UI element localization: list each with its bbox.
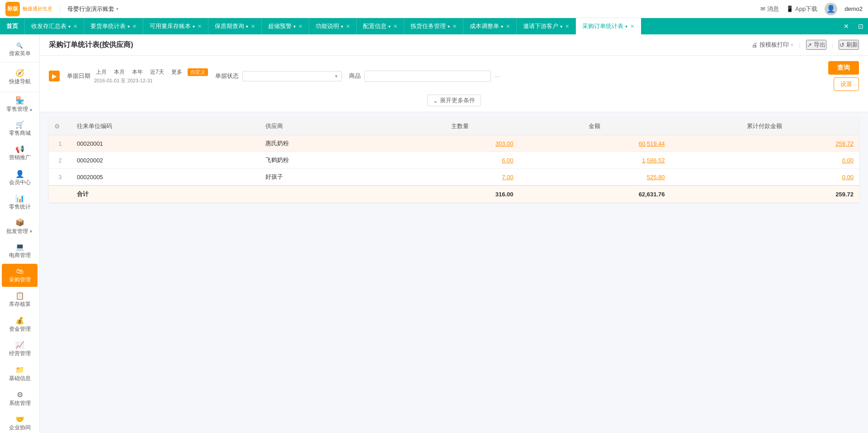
sidebar-item-operation[interactable]: 📈 经营管理 bbox=[2, 337, 38, 361]
sidebar-item-ecommerce[interactable]: 💻 电商管理 bbox=[2, 239, 38, 263]
goods-input[interactable] bbox=[364, 71, 491, 82]
tab-available-stock[interactable]: 可用量库存账本 ▾ ✕ bbox=[143, 18, 208, 34]
tab-invite-downstream[interactable]: 邀请下游客户 ▾ ✕ bbox=[517, 18, 576, 34]
tab-close[interactable]: ✕ bbox=[630, 24, 634, 29]
tab-goods-stat[interactable]: 要货单统计表 ▾ ✕ bbox=[84, 18, 143, 34]
sidebar-item-inventory[interactable]: 📋 库存核算 bbox=[2, 288, 38, 312]
paid-link[interactable]: 0.00 bbox=[842, 174, 854, 181]
sidebar-item-sys-mgmt[interactable]: ⚙ 系统管理 bbox=[2, 387, 38, 411]
tab-close[interactable]: ✕ bbox=[198, 24, 202, 29]
date-shortcuts: 上月 本月 本年 近7天 更多 自定义 bbox=[94, 68, 208, 76]
sidebar-item-member[interactable]: 👤 会员中心 bbox=[2, 166, 38, 190]
sidebar-item-retail-shop[interactable]: 🛒 零售商城 bbox=[2, 117, 38, 141]
tab-expand[interactable]: ⊡ bbox=[854, 18, 868, 34]
custom-date-badge[interactable]: 自定义 bbox=[188, 68, 208, 76]
sidebar-item-finance[interactable]: 💰 资金管理 bbox=[2, 313, 38, 337]
tab-close[interactable]: ✕ bbox=[132, 24, 137, 29]
shortcut-more[interactable]: 更多 bbox=[170, 68, 184, 76]
filter-toggle-button[interactable]: ▶ bbox=[49, 71, 60, 81]
finance-icon: 💰 bbox=[15, 316, 24, 325]
tab-close-all[interactable]: ✕ bbox=[839, 18, 854, 34]
tab-close[interactable]: ✕ bbox=[251, 24, 255, 29]
org-selector[interactable]: 母婴行业演示账套 ▾ bbox=[67, 5, 118, 13]
table-wrapper: ⚙ 往来单位编码 供应商 主数量 bbox=[49, 118, 859, 203]
tab-close[interactable]: ✕ bbox=[393, 24, 397, 29]
message-button[interactable]: ✉ 消息 bbox=[760, 5, 779, 13]
shortcut-this-month[interactable]: 本月 bbox=[112, 68, 127, 76]
sidebar-item-quick-nav[interactable]: 🧭 快捷导航 bbox=[2, 65, 38, 89]
footer-amount: 62,631.76 bbox=[519, 186, 670, 203]
operation-icon: 📈 bbox=[15, 341, 24, 349]
th-paid: 累计付款金额 bbox=[670, 118, 859, 135]
tab-purchase-stat[interactable]: 采购订单统计表 ▾ ✕ bbox=[576, 18, 641, 34]
th-settings: ⚙ bbox=[49, 118, 71, 135]
nav-tabs: 首页 收发存汇总表 ▾ ✕ 要货单统计表 ▾ ✕ 可用量库存账本 ▾ ✕ 保质期… bbox=[0, 18, 868, 34]
shortcut-7days[interactable]: 近7天 bbox=[148, 68, 166, 76]
quantity-link[interactable]: 6.00 bbox=[502, 157, 513, 164]
chevron-down-icon: ▾ bbox=[335, 73, 338, 79]
tab-close[interactable]: ✕ bbox=[73, 24, 77, 29]
footer-label: 合计 bbox=[71, 186, 401, 203]
tab-arrow: ▾ bbox=[501, 24, 503, 29]
shortcut-last-month[interactable]: 上月 bbox=[94, 68, 108, 76]
table-container: ⚙ 往来单位编码 供应商 主数量 bbox=[40, 112, 868, 208]
chevron-down-icon: ▼ bbox=[29, 229, 33, 234]
export-button[interactable]: ↗ 导出 bbox=[806, 40, 826, 50]
quantity-link[interactable]: 303.00 bbox=[495, 140, 514, 147]
tab-close[interactable]: ✕ bbox=[346, 24, 350, 29]
more-options-icon[interactable]: ··· bbox=[495, 73, 500, 80]
quantity-link[interactable]: 7.00 bbox=[502, 174, 513, 181]
tab-close[interactable]: ✕ bbox=[453, 24, 457, 29]
sidebar-item-retail[interactable]: 🏪 零售管理 ▲ bbox=[2, 93, 38, 116]
tab-collect-pay[interactable]: 收发存汇总表 ▾ ✕ bbox=[25, 18, 84, 34]
tab-func-desc[interactable]: 功能说明 ▾ ✕ bbox=[309, 18, 357, 34]
tab-home[interactable]: 首页 bbox=[0, 18, 25, 34]
user-name[interactable]: demo2 bbox=[844, 5, 863, 12]
print-button[interactable]: 🖨 按模板打印 ▾ bbox=[752, 41, 793, 49]
sidebar-item-batch[interactable]: 📦 批发管理 ▼ bbox=[2, 215, 38, 238]
settings-button[interactable]: 设置 bbox=[834, 77, 859, 91]
tab-arrow: ▾ bbox=[448, 24, 450, 29]
tab-config-info[interactable]: 配置信息 ▾ ✕ bbox=[357, 18, 404, 34]
search-button[interactable]: 🔍 搜索英单 bbox=[4, 41, 36, 59]
amount-link[interactable]: 1,586.52 bbox=[642, 157, 665, 164]
sidebar-item-purchase[interactable]: 🛍 采购管理 bbox=[2, 264, 38, 287]
shop-icon: 🛒 bbox=[15, 120, 24, 129]
amount-link[interactable]: 525.80 bbox=[647, 174, 665, 181]
shortcut-this-year[interactable]: 本年 bbox=[130, 68, 145, 76]
page-actions: 🖨 按模板打印 ▾ | ↗ 导出 | ↺ 刷新 bbox=[752, 40, 859, 50]
sidebar-item-basic-info[interactable]: 📁 基础信息 bbox=[2, 362, 38, 386]
tab-cost-adjust[interactable]: 成本调整单 ▾ ✕ bbox=[463, 18, 517, 34]
top-bar-right: ✉ 消息 📱 App下载 👤 demo2 bbox=[760, 3, 863, 15]
member-icon: 👤 bbox=[15, 170, 24, 178]
sidebar-item-marketing[interactable]: 📢 营销推广 bbox=[2, 141, 38, 165]
row-paid: 0.00 bbox=[670, 152, 859, 169]
refresh-button[interactable]: ↺ 刷新 bbox=[839, 40, 859, 50]
footer-quantity: 316.00 bbox=[401, 186, 519, 203]
column-settings-icon[interactable]: ⚙ bbox=[54, 123, 60, 130]
tab-close[interactable]: ✕ bbox=[565, 24, 569, 29]
expand-more-button[interactable]: ⌄ 展开更多条件 bbox=[427, 95, 481, 106]
status-select[interactable]: ▾ bbox=[242, 71, 342, 81]
ecommerce-icon: 💻 bbox=[15, 243, 24, 251]
tab-arrow: ▾ bbox=[246, 24, 248, 29]
tab-shelf-query[interactable]: 保质期查询 ▾ ✕ bbox=[208, 18, 262, 34]
paid-link[interactable]: 259.72 bbox=[835, 140, 854, 147]
th-supplier: 供应商 bbox=[260, 118, 401, 135]
query-button[interactable]: 查询 bbox=[828, 61, 859, 75]
tab-close[interactable]: ✕ bbox=[298, 24, 302, 29]
paid-link[interactable]: 0.00 bbox=[842, 157, 854, 164]
sidebar-item-enterprise[interactable]: 🤝 企业协同 bbox=[2, 411, 38, 433]
amount-link[interactable]: 60,519.44 bbox=[639, 140, 665, 147]
table-row: 2 00020002 飞鹤奶粉 6.00 bbox=[49, 152, 859, 169]
app-download-button[interactable]: 📱 App下载 bbox=[786, 5, 817, 13]
nav-tabs-end: ✕ ⊡ bbox=[839, 18, 868, 34]
phone-icon: 📱 bbox=[786, 5, 793, 12]
search-icon: 🔍 bbox=[16, 43, 23, 49]
tab-pick-task[interactable]: 拣货任务管理 ▾ ✕ bbox=[404, 18, 463, 34]
sidebar-item-retail-stat[interactable]: 📊 零售统计 bbox=[2, 190, 38, 214]
tab-overstock[interactable]: 超储预警 ▾ ✕ bbox=[262, 18, 309, 34]
tab-arrow: ▾ bbox=[341, 24, 343, 29]
table-body: 1 00020001 惠氏奶粉 303.00 bbox=[49, 135, 859, 186]
tab-close[interactable]: ✕ bbox=[506, 24, 510, 29]
